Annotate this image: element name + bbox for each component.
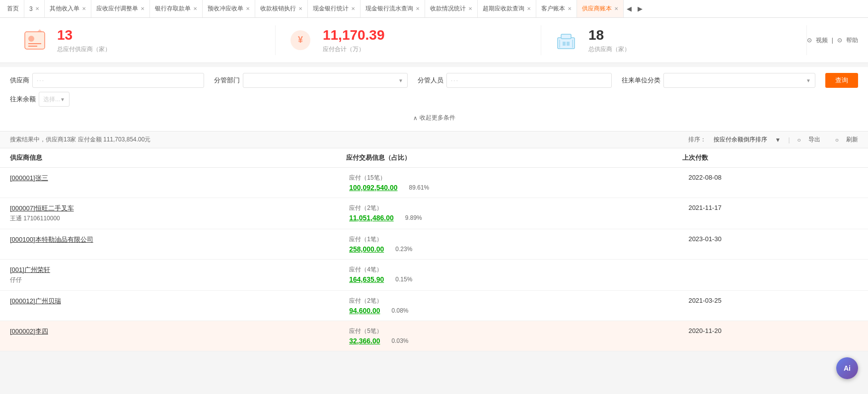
nav-tab-collection-stat-close[interactable]: ✕ — [468, 6, 472, 11]
nav-tab-overdue-query[interactable]: 超期应收款查询 ✕ — [478, 0, 536, 18]
row1-supplier-col: [000001]张三 — [10, 174, 349, 184]
person-input[interactable]: ··· — [446, 73, 612, 88]
nav-tab-home-label: 首页 — [7, 4, 19, 13]
row5-trans-amount[interactable]: 94,600.00 — [349, 307, 380, 315]
query-button[interactable]: 查询 — [825, 73, 858, 88]
row5-lastpay-col: 2021-03-25 — [688, 297, 858, 304]
refresh-button[interactable]: 刷新 — [846, 135, 858, 144]
table-body: [000001]张三 应付（15笔） 100,092,540.00 89.61%… — [0, 168, 868, 351]
nav-tab-bank-deposit-label: 银行存取款单 — [155, 4, 191, 13]
row5-trans-row: 94,600.00 0.08% — [349, 307, 688, 315]
help-link[interactable]: 帮助 — [846, 36, 858, 45]
svg-rect-7 — [561, 34, 571, 39]
nav-tab-ar-adjust-label: 应收应付调整单 — [96, 4, 138, 13]
nav-tab-collection-exec[interactable]: 收款核销执行 ✕ — [255, 0, 308, 18]
suppliers-due-label: 总应付供应商（家） — [57, 45, 111, 54]
nav-tab-3-label: 3 — [29, 5, 33, 12]
table-row: [000012]广州贝瑞 应付（2笔） 94,600.00 0.08% 2021… — [0, 291, 868, 321]
row2-trans-amount[interactable]: 11,051,486.00 — [349, 214, 394, 222]
row3-trans-amount[interactable]: 258,000.00 — [349, 245, 384, 253]
balance-select-placeholder: 选择... — [43, 95, 60, 104]
summary-item-total-suppliers: 18 总供应商（家） — [541, 25, 807, 55]
row2-transaction-col: 应付（2笔） 11,051,486.00 9.89% — [349, 204, 688, 222]
category-select[interactable]: ▼ — [663, 73, 816, 88]
total-suppliers-label: 总供应商（家） — [588, 45, 630, 54]
row1-transaction-col: 应付（15笔） 100,092,540.00 89.61% — [349, 174, 688, 192]
nav-tab-ar-adjust-close[interactable]: ✕ — [141, 6, 145, 11]
balance-chevron-icon: ▼ — [60, 97, 65, 102]
nav-right-arrow[interactable]: ▶ — [635, 0, 646, 18]
nav-tab-customer-account[interactable]: 客户账本 ✕ — [536, 0, 577, 18]
row2-trans-percent: 9.89% — [405, 214, 422, 221]
row5-supplier-link[interactable]: [000012]广州贝瑞 — [10, 297, 349, 306]
nav-tab-bank-deposit-close[interactable]: ✕ — [193, 6, 197, 11]
nav-tab-collection-stat[interactable]: 收款情况统计 ✕ — [425, 0, 478, 18]
nav-tab-cash-bank-stat-close[interactable]: ✕ — [351, 6, 355, 11]
nav-tab-collection-exec-label: 收款核销执行 — [260, 4, 296, 13]
nav-tab-overdue-query-close[interactable]: ✕ — [527, 6, 531, 11]
nav-tab-supplier-account[interactable]: 供应商账本 ✕ — [577, 0, 624, 18]
nav-tab-advance-receive[interactable]: 预收冲应收单 ✕ — [203, 0, 255, 18]
filter-supplier-label: 供应商 — [10, 76, 29, 85]
total-suppliers-icon — [551, 25, 581, 55]
nav-tab-customer-account-close[interactable]: ✕ — [568, 6, 572, 11]
summary-info-total-suppliers: 18 总供应商（家） — [588, 27, 630, 54]
table-row: [000001]张三 应付（15笔） 100,092,540.00 89.61%… — [0, 168, 868, 198]
nav-tab-3[interactable]: 3 ✕ — [24, 0, 45, 18]
dept-select[interactable]: ▼ — [243, 73, 408, 88]
row4-trans-label: 应付（4笔） — [349, 265, 688, 274]
row4-trans-amount[interactable]: 164,635.90 — [349, 275, 384, 283]
nav-tab-3-close[interactable]: ✕ — [35, 6, 39, 11]
nav-tab-other-income-close[interactable]: ✕ — [82, 6, 86, 11]
svg-rect-8 — [563, 42, 566, 46]
export-button[interactable]: 导出 — [808, 135, 820, 144]
nav-tab-cash-bank-stat[interactable]: 现金银行统计 ✕ — [308, 0, 361, 18]
nav-tab-ar-adjust[interactable]: 应收应付调整单 ✕ — [91, 0, 150, 18]
results-summary: 搜索结果中，供应商13家 应付金额 111,703,854.00元 — [10, 135, 150, 144]
summary-info-suppliers-due: 13 总应付供应商（家） — [57, 27, 111, 54]
top-nav: 首页 3 ✕ 其他收入单 ✕ 应收应付调整单 ✕ 银行存取款单 ✕ 预收冲应收单… — [0, 0, 868, 18]
nav-tab-other-income[interactable]: 其他收入单 ✕ — [45, 0, 91, 18]
row4-transaction-col: 应付（4笔） 164,635.90 0.15% — [349, 265, 688, 283]
row5-last-pay-date: 2021-03-25 — [688, 297, 722, 304]
collapse-button[interactable]: ∧ 收起更多条件 — [406, 111, 463, 125]
nav-tab-supplier-account-close[interactable]: ✕ — [614, 6, 618, 11]
nav-tab-collection-exec-close[interactable]: ✕ — [298, 6, 302, 11]
filter-supplier: 供应商 ··· — [10, 73, 204, 88]
export-icon: ○ — [797, 136, 801, 143]
nav-tab-cash-bank-flow-close[interactable]: ✕ — [416, 6, 420, 11]
row6-supplier-link[interactable]: [000002]李四 — [10, 327, 349, 336]
nav-tab-customer-account-label: 客户账本 — [541, 4, 565, 13]
svg-rect-9 — [567, 42, 570, 46]
svg-text:¥: ¥ — [298, 35, 303, 45]
balance-select[interactable]: 选择... ▼ — [39, 92, 70, 107]
nav-tab-cash-bank-flow[interactable]: 现金银行流水查询 ✕ — [361, 0, 425, 18]
row3-supplier-link[interactable]: [000100]本特勒油品有限公司 — [10, 235, 349, 244]
row6-trans-label: 应付（5笔） — [349, 327, 688, 335]
nav-tab-supplier-account-label: 供应商账本 — [582, 4, 612, 13]
total-suppliers-number: 18 — [588, 27, 630, 44]
row3-trans-percent: 0.23% — [395, 246, 412, 253]
sort-chevron-icon: ▼ — [775, 136, 781, 143]
nav-tab-home[interactable]: 首页 — [2, 0, 24, 18]
row2-supplier-sub: 王通 17106110000 — [10, 214, 349, 223]
filter-row-1: 供应商 ··· 分管部门 ▼ 分管人员 ··· 往来单位分类 ▼ 查询 — [10, 73, 858, 88]
filter-balance: 往来余额 选择... ▼ — [10, 92, 70, 107]
nav-tab-overdue-query-label: 超期应收款查询 — [483, 4, 524, 13]
row1-last-pay-date: 2022-08-08 — [688, 174, 722, 181]
supplier-input[interactable]: ··· — [32, 73, 204, 88]
nav-tab-cash-bank-flow-label: 现金银行流水查询 — [365, 4, 413, 13]
row1-supplier-link[interactable]: [000001]张三 — [10, 174, 349, 183]
row1-trans-amount[interactable]: 100,092,540.00 — [349, 184, 397, 192]
row3-trans-label: 应付（1笔） — [349, 235, 688, 244]
row5-supplier-col: [000012]广州贝瑞 — [10, 297, 349, 307]
nav-left-arrow[interactable]: ◀ — [624, 0, 635, 18]
row4-supplier-link[interactable]: [001]广州荣轩 — [10, 265, 349, 274]
nav-tab-bank-deposit[interactable]: 银行存取款单 ✕ — [150, 0, 203, 18]
nav-tab-advance-receive-close[interactable]: ✕ — [246, 6, 250, 11]
sort-option[interactable]: 按应付余额倒序排序 — [714, 135, 767, 144]
video-link[interactable]: 视频 — [816, 36, 828, 45]
row6-trans-amount[interactable]: 32,366.00 — [349, 337, 380, 345]
video-link-icon: ⊙ — [807, 37, 812, 44]
row2-supplier-link[interactable]: [000007]恒旺二手叉车 — [10, 204, 349, 213]
